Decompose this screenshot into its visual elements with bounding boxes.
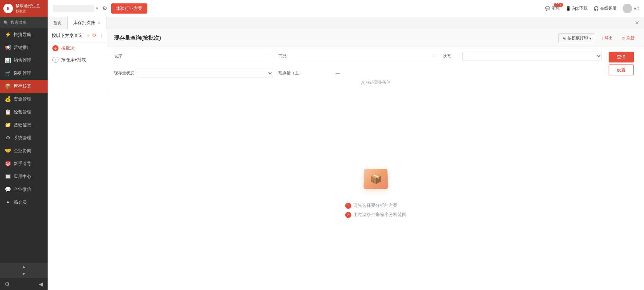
- settings-icon[interactable]: ⚙: [5, 281, 10, 287]
- print-dropdown-icon[interactable]: ▾: [589, 36, 591, 41]
- scheme-item-by-warehouse-batch[interactable]: ○ 按仓库+批次: [48, 54, 107, 66]
- sales-icon: 📊: [5, 57, 11, 64]
- left-panel-header-actions: ＋ ⚙ 《: [86, 33, 103, 39]
- qty-dash: —: [336, 71, 340, 76]
- empty-hint-2: 2 用过滤条件来缩小分析范围: [345, 212, 406, 218]
- stock-status-label: 现存量状态: [114, 70, 134, 76]
- stock-qty-max[interactable]: [343, 69, 370, 77]
- sidebar-scroll-down[interactable]: ▼: [0, 270, 48, 278]
- sidebar-scroll-up[interactable]: ▲: [0, 263, 48, 270]
- topbar-dropdown-icon[interactable]: ▾: [96, 6, 98, 11]
- search-menu[interactable]: 🔍 搜索菜单: [0, 17, 48, 28]
- sidebar-item-label: 新手引导: [14, 161, 31, 167]
- sidebar-item-corp[interactable]: 🤝 企业协同: [0, 144, 48, 157]
- sidebar-item-basic[interactable]: 📁 基础信息: [0, 119, 48, 131]
- scheme-outline-icon: ○: [52, 57, 58, 63]
- tab-close-icon[interactable]: ✕: [97, 20, 101, 25]
- print-icon: 🖨: [562, 36, 566, 41]
- app-download-icon: 📱: [566, 6, 571, 11]
- sidebar-item-wechat[interactable]: 💬 企业微信: [0, 183, 48, 196]
- export-label: 导出: [605, 35, 613, 41]
- sidebar-footer: ⚙ ◀: [0, 278, 48, 290]
- warehouse-input[interactable]: [134, 52, 266, 60]
- page-title: 现存量查询(按批次): [114, 35, 161, 42]
- refresh-label: 刷新: [626, 35, 634, 41]
- right-content: 现存量查询(按批次) 🖨 按模板打印 ▾ ↑ 导出 ↺ 刷新: [107, 29, 644, 290]
- user-avatar-btn[interactable]: Rit: [623, 4, 639, 13]
- online-service-btn[interactable]: 🎧 在线客服: [594, 5, 616, 11]
- app-title-block: 畅康通好生意 标准版: [16, 3, 40, 14]
- guide-icon: 🎯: [5, 161, 11, 167]
- inventory-icon: 📦: [5, 83, 11, 89]
- export-icon: ↑: [601, 36, 603, 41]
- sidebar-item-system[interactable]: ⚙ 系统管理: [0, 131, 48, 144]
- app-download-btn[interactable]: 📱 App下载: [566, 5, 588, 11]
- stock-qty-label: 现存量（主）: [278, 70, 303, 76]
- topbar-right: 💬 消息 99+ 📱 App下载 🎧 在线客服 Rit: [545, 4, 639, 13]
- refresh-btn[interactable]: ↺ 刷新: [619, 34, 637, 43]
- scheme-active-icon: ⊙: [52, 45, 58, 51]
- collapse-panel-icon[interactable]: 《: [98, 33, 103, 39]
- filter-row-2: 现存量状态 现存量（主） —: [114, 69, 602, 77]
- main-area: ▾ ⚙ 体验行业方案 💬 消息 99+ 📱 App下载 🎧 在线客服 Rit: [48, 0, 644, 290]
- stock-status-select[interactable]: [137, 69, 273, 77]
- product-input[interactable]: [298, 52, 430, 60]
- sidebar-item-guide[interactable]: 🎯 新手引导: [0, 157, 48, 170]
- add-scheme-icon[interactable]: ＋: [86, 33, 90, 39]
- message-icon: 💬: [545, 6, 550, 11]
- print-btn[interactable]: 🖨 按模板打印 ▾: [558, 33, 595, 43]
- sidebar-item-label: 销售管理: [14, 57, 31, 64]
- sidebar-item-app-center[interactable]: 🔲 应用中心: [0, 170, 48, 183]
- sidebar-item-business[interactable]: 📋 经营管理: [0, 106, 48, 119]
- scheme-label: 按批次: [61, 45, 74, 51]
- collapse-sidebar-icon[interactable]: ◀: [39, 281, 43, 287]
- basic-icon: 📁: [5, 122, 11, 128]
- sidebar-item-label: 系统管理: [14, 135, 31, 141]
- tab-inventory-batch-label: 库存批次账: [73, 20, 95, 26]
- system-icon: ⚙: [5, 135, 11, 141]
- username-label: Rit: [633, 6, 639, 11]
- app-download-label: App下载: [572, 5, 588, 11]
- scheme-item-by-batch[interactable]: ⊙ 按批次: [48, 42, 107, 54]
- tab-inventory-batch[interactable]: 库存批次账 ✕: [68, 17, 106, 29]
- sidebar-item-quick-nav[interactable]: ⚡ 快捷导航: [0, 28, 48, 41]
- sidebar-item-sales[interactable]: 📊 销售管理: [0, 54, 48, 67]
- tab-home[interactable]: 首页: [48, 17, 68, 29]
- sidebar-item-member[interactable]: ✦ 畅会员: [0, 196, 48, 209]
- tab-home-label: 首页: [53, 20, 62, 26]
- filter-status: 状态: [443, 52, 602, 60]
- collapse-more-btn[interactable]: ⋀ 收起更多条件: [114, 77, 637, 87]
- content-area: 按以下方案查询 ＋ ⚙ 《 ⊙ 按批次 ○ 按仓库+批次 现存量查询(按批次): [48, 29, 644, 290]
- query-btn[interactable]: 查询: [609, 52, 634, 62]
- sidebar-item-purchase[interactable]: 🛒 采购管理: [0, 67, 48, 80]
- product-more-icon[interactable]: ···: [433, 53, 437, 59]
- experience-btn[interactable]: 体验行业方案: [111, 3, 147, 14]
- set-btn[interactable]: 设置: [609, 65, 634, 75]
- messages-badge: 99+: [554, 3, 563, 7]
- topbar: ▾ ⚙ 体验行业方案 💬 消息 99+ 📱 App下载 🎧 在线客服 Rit: [48, 0, 644, 17]
- filter-warehouse: 仓库 ···: [114, 52, 273, 60]
- empty-hints: 1 请先选择要分析的方案 2 用过滤条件来缩小分析范围: [345, 202, 406, 221]
- app-center-icon: 🔲: [5, 174, 11, 180]
- warehouse-more-icon[interactable]: ···: [268, 53, 273, 59]
- filter-stock-status: 现存量状态: [114, 69, 273, 77]
- topbar-gear-icon[interactable]: ⚙: [102, 5, 107, 12]
- topbar-search-input[interactable]: [53, 5, 94, 12]
- stock-qty-min[interactable]: [306, 69, 333, 77]
- sidebar-item-finance[interactable]: 💰 资金管理: [0, 93, 48, 106]
- sidebar: 6 畅康通好生意 标准版 🔍 搜索菜单 ⚡ 快捷导航 📢 营销推广 📊 销售管理…: [0, 0, 48, 290]
- status-label: 状态: [443, 53, 460, 59]
- scheme-settings-icon[interactable]: ⚙: [92, 33, 96, 39]
- left-panel-title: 按以下方案查询: [52, 33, 83, 39]
- messages-btn[interactable]: 💬 消息 99+: [545, 5, 560, 11]
- panel-close-btn[interactable]: ✕: [630, 20, 644, 26]
- page-header: 现存量查询(按批次) 🖨 按模板打印 ▾ ↑ 导出 ↺ 刷新: [107, 29, 644, 47]
- sidebar-item-label: 快捷导航: [14, 32, 31, 38]
- status-select[interactable]: [462, 52, 602, 60]
- query-actions: 查询 设置: [605, 52, 637, 75]
- corp-icon: 🤝: [5, 148, 11, 154]
- box-face-icon: 📦: [370, 173, 382, 184]
- export-btn[interactable]: ↑ 导出: [598, 34, 615, 43]
- sidebar-item-inventory[interactable]: 📦 库存核算: [0, 80, 48, 93]
- sidebar-item-marketing[interactable]: 📢 营销推广: [0, 41, 48, 54]
